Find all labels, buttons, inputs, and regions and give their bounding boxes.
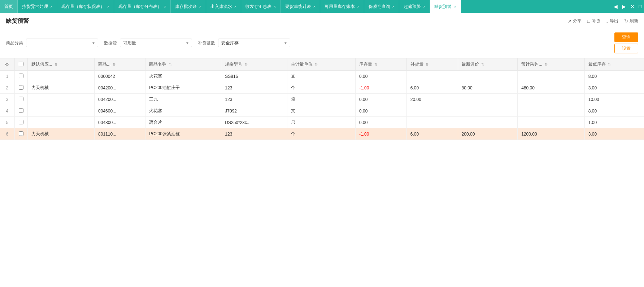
gear-icon[interactable]: ⚙ — [5, 62, 9, 67]
th-replenish[interactable]: 补货量 ⇅ — [406, 58, 458, 71]
row-num: 2 — [0, 82, 14, 94]
row-num: 6 — [0, 128, 14, 140]
th-est-purchase[interactable]: 预计采购... ⇅ — [518, 58, 585, 71]
tab-maximize[interactable]: □ — [637, 0, 644, 13]
datasource-filter-group: 数据源 可用量 — [104, 39, 192, 47]
page-content: 缺货预警 ↗ 分享 □ 补货 ↓ 导出 ↻ 刷新 商品分类 — [0, 13, 644, 287]
row-est-purchase — [518, 117, 585, 128]
replenish-icon: □ — [587, 18, 590, 24]
th-spec[interactable]: 规格型号 ⇅ — [221, 58, 287, 71]
th-name[interactable]: 商品名称 ⇅ — [145, 58, 221, 71]
row-checkbox[interactable] — [19, 74, 23, 78]
th-supplier[interactable]: 默认供应... ⇅ — [27, 58, 95, 71]
th-latest-price[interactable]: 最新进价 ⇅ — [458, 58, 518, 71]
close-tab-8[interactable]: × — [357, 4, 359, 9]
tab-3[interactable]: 现存量（库存分布表） × — [114, 0, 171, 13]
datasource-select[interactable]: 可用量 — [120, 39, 192, 47]
table-body: 1 0000042 火花塞 SS816 支 0.00 8.00 2 力天机械 0… — [0, 71, 644, 140]
row-name: PC200油缸庄子 — [145, 82, 221, 94]
row-checkbox[interactable] — [19, 131, 23, 136]
replenish-action[interactable]: □ 补货 — [587, 18, 600, 24]
close-tab-10[interactable]: × — [423, 4, 425, 9]
export-action[interactable]: ↓ 导出 — [606, 18, 619, 24]
close-tab-7[interactable]: × — [313, 4, 316, 9]
row-est-purchase: 1200.00 — [518, 128, 585, 140]
tab-scroll-left[interactable]: ◀ — [612, 0, 620, 13]
datasource-select-wrapper: 可用量 — [120, 39, 192, 47]
table-header-row: ⚙ 默认供应... ⇅ 商品... ⇅ 商品名称 ⇅ — [0, 58, 644, 71]
tab-8[interactable]: 可用量库存账本 × — [320, 0, 364, 13]
refresh-action[interactable]: ↻ 刷新 — [624, 18, 638, 24]
row-num: 3 — [0, 94, 14, 105]
th-spec-label: 规格型号 — [225, 62, 242, 67]
table-row: 4 004600... 火花塞 J7092 支 0.00 8.00 — [0, 105, 644, 117]
replenish-select[interactable]: 安全库存 — [218, 39, 290, 47]
tab-10[interactable]: 超储预警 × — [399, 0, 430, 13]
close-tab-3[interactable]: × — [164, 4, 166, 9]
row-checkbox-cell — [14, 117, 27, 128]
tab-4[interactable]: 库存批次账 × — [171, 0, 206, 13]
row-checkbox-cell — [14, 82, 27, 94]
close-tab-9[interactable]: × — [392, 4, 395, 9]
query-button[interactable]: 查询 — [614, 32, 638, 42]
tab-6[interactable]: 收发存汇总表 × — [241, 0, 280, 13]
th-replenish-label: 补货量 — [410, 62, 423, 67]
tab-11[interactable]: 缺货预警 × — [430, 0, 461, 13]
row-name: PC200张紧油缸 — [145, 128, 221, 140]
tab-home[interactable]: 首页 — [0, 0, 18, 13]
th-min-stock[interactable]: 最低库存 ⇅ — [584, 58, 644, 71]
th-latest-price-label: 最新进价 — [462, 62, 479, 67]
select-all-checkbox[interactable] — [19, 62, 23, 66]
close-tab-4[interactable]: × — [199, 4, 201, 9]
tab-2[interactable]: 现存量（库存状况表） × — [57, 0, 114, 13]
row-code: 0000042 — [95, 71, 145, 82]
tab-9[interactable]: 保质期查询 × — [364, 0, 399, 13]
close-tab-6[interactable]: × — [274, 4, 276, 9]
th-code[interactable]: 商品... ⇅ — [95, 58, 145, 71]
th-min-stock-label: 最低库存 — [588, 62, 606, 67]
th-code-label: 商品... — [98, 62, 110, 67]
commodity-select[interactable] — [26, 39, 98, 47]
row-unit: 支 — [287, 105, 355, 117]
row-supplier — [27, 105, 95, 117]
th-est-purchase-label: 预计采购... — [521, 62, 542, 67]
tab-5[interactable]: 出入库流水 × — [206, 0, 241, 13]
row-spec: DS250*23c... — [221, 117, 287, 128]
replenish-label: 补货基数 — [198, 40, 215, 46]
row-stock: 0.00 — [356, 117, 407, 128]
row-supplier — [27, 71, 95, 82]
tab-7[interactable]: 要货单统计表 × — [281, 0, 320, 13]
row-checkbox[interactable] — [19, 108, 23, 113]
close-tab-2[interactable]: × — [107, 4, 109, 9]
row-supplier: 力天机械 — [27, 82, 95, 94]
row-min-stock: 10.00 — [584, 94, 644, 105]
th-unit[interactable]: 主计量单位 ⇅ — [287, 58, 355, 71]
row-spec: 123 — [221, 94, 287, 105]
tab-1[interactable]: 拣货异常处理 × — [18, 0, 57, 13]
row-supplier — [27, 94, 95, 105]
sort-est-purchase-icon: ⇅ — [545, 62, 548, 66]
sort-name-icon: ⇅ — [169, 62, 172, 66]
row-num: 5 — [0, 117, 14, 128]
row-min-stock: 3.00 — [584, 82, 644, 94]
row-est-purchase — [518, 71, 585, 82]
row-latest-price: 200.00 — [458, 128, 518, 140]
page-title: 缺货预警 — [6, 17, 29, 25]
th-gear[interactable]: ⚙ — [0, 58, 14, 71]
close-tab-11[interactable]: × — [454, 4, 456, 9]
row-est-purchase: 480.00 — [518, 82, 585, 94]
share-action[interactable]: ↗ 分享 — [567, 18, 582, 24]
row-checkbox-cell — [14, 71, 27, 82]
tab-close-window[interactable]: ✕ — [628, 0, 637, 13]
close-tab-1[interactable]: × — [50, 4, 52, 9]
row-checkbox[interactable] — [19, 120, 23, 124]
th-stock-label: 库存量 — [359, 62, 372, 67]
row-checkbox[interactable] — [19, 85, 23, 90]
th-stock[interactable]: 库存量 ⇅ — [356, 58, 407, 71]
row-checkbox[interactable] — [19, 97, 23, 101]
close-tab-5[interactable]: × — [234, 4, 236, 9]
replenish-select-wrapper: 安全库存 — [218, 39, 290, 47]
table-container: ⚙ 默认供应... ⇅ 商品... ⇅ 商品名称 ⇅ — [0, 58, 644, 140]
tab-scroll-right[interactable]: ▶ — [620, 0, 628, 13]
settings-button[interactable]: 设置 — [614, 44, 638, 53]
